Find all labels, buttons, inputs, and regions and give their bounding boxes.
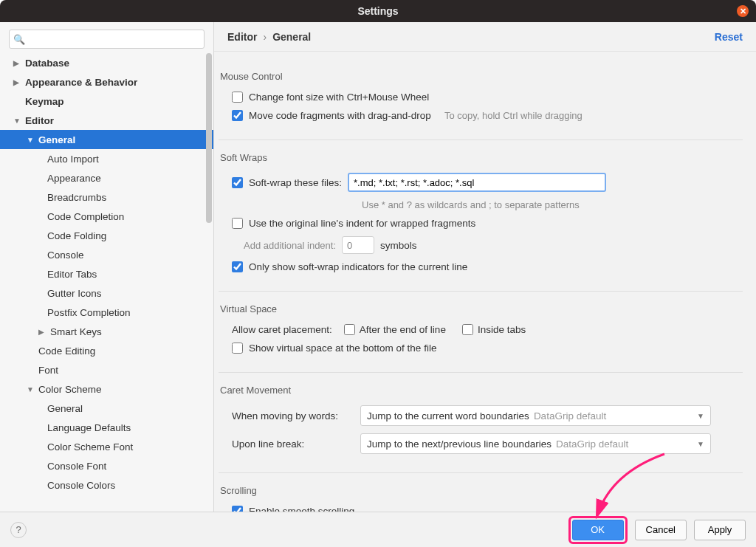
- hint-text: Use * and ? as wildcards and ; to separa…: [362, 199, 580, 210]
- section-virtual-space: Virtual Space Allow caret placement: Aft…: [219, 291, 743, 368]
- opt-original-indent[interactable]: Use the original line's indent for wrapp…: [219, 214, 743, 233]
- section-title: Caret Movement: [220, 385, 743, 396]
- section-mouse-control: Mouse Control Change font size with Ctrl…: [219, 59, 743, 135]
- reset-link[interactable]: Reset: [715, 31, 743, 43]
- tree-item-auto-import[interactable]: Auto Import: [0, 149, 213, 168]
- opt-smooth-scroll[interactable]: Enable smooth scrolling: [219, 502, 743, 512]
- opt-after-eol[interactable]: After the end of line: [344, 324, 446, 335]
- cancel-button[interactable]: Cancel: [635, 520, 687, 540]
- tree-item-console[interactable]: Console: [0, 245, 213, 264]
- breadcrumb-part: Editor: [227, 31, 257, 43]
- chevron-right-icon: ▶: [13, 78, 22, 86]
- tree-item-editor[interactable]: ▼Editor: [0, 111, 213, 130]
- apply-button[interactable]: Apply: [694, 520, 746, 540]
- chevron-right-icon: ▶: [13, 59, 22, 67]
- tree-item-appearance[interactable]: Appearance: [0, 168, 213, 188]
- close-icon[interactable]: ✕: [737, 5, 749, 17]
- checkbox[interactable]: [232, 177, 243, 188]
- tree-item-database[interactable]: ▶Database: [0, 53, 213, 72]
- tree-item-editor-tabs[interactable]: Editor Tabs: [0, 264, 213, 283]
- soft-wrap-patterns-input[interactable]: [348, 173, 606, 192]
- opt-change-font-size[interactable]: Change font size with Ctrl+Mouse Wheel: [219, 88, 743, 106]
- checkbox[interactable]: [232, 110, 243, 121]
- tree-item-cs-font[interactable]: Color Scheme Font: [0, 437, 213, 456]
- chevron-right-icon: ▶: [38, 328, 47, 336]
- tree-scrollbar[interactable]: [206, 53, 212, 223]
- checkbox[interactable]: [462, 324, 473, 335]
- checkbox[interactable]: [232, 218, 243, 229]
- tree-item-postfix-completion[interactable]: Postfix Completion: [0, 303, 213, 322]
- section-scrolling: Scrolling Enable smooth scrolling: [219, 472, 743, 512]
- opt-by-words: When moving by words: Jump to the curren…: [219, 402, 743, 430]
- checkbox[interactable]: [232, 261, 243, 272]
- chevron-down-icon: ▼: [27, 136, 35, 144]
- settings-tree: ▶Database ▶Appearance & Behavior Keymap …: [0, 53, 213, 512]
- opt-only-current-line[interactable]: Only show soft-wrap indicators for the c…: [219, 258, 743, 276]
- additional-indent-input[interactable]: [342, 236, 374, 254]
- opt-caret-placement: Allow caret placement: After the end of …: [219, 320, 743, 339]
- opt-soft-wrap-files: Soft-wrap these files:: [219, 169, 743, 196]
- help-icon[interactable]: ?: [10, 522, 27, 538]
- tree-item-code-editing[interactable]: Code Editing: [0, 341, 213, 360]
- tree-item-cs-console-font[interactable]: Console Font: [0, 456, 213, 475]
- main-panel: Editor › General Reset Mouse Control Cha…: [214, 22, 756, 512]
- breadcrumb: Editor › General Reset: [214, 22, 756, 52]
- tree-item-cs-general[interactable]: General: [0, 399, 213, 418]
- section-soft-wraps: Soft Wraps Soft-wrap these files: Use * …: [219, 140, 743, 286]
- search-icon: 🔍: [13, 34, 25, 45]
- line-break-select[interactable]: Jump to the next/previous line boundarie…: [360, 433, 711, 454]
- opt-virtual-bottom[interactable]: Show virtual space at the bottom of the …: [219, 339, 743, 357]
- tree-item-keymap[interactable]: Keymap: [0, 92, 213, 111]
- section-caret-movement: Caret Movement When moving by words: Jum…: [219, 372, 743, 468]
- chevron-down-icon: ▼: [697, 412, 704, 420]
- tree-item-code-completion[interactable]: Code Completion: [0, 207, 213, 226]
- checkbox[interactable]: [232, 506, 243, 512]
- window-title: Settings: [357, 5, 398, 17]
- sidebar: 🔍 ▶Database ▶Appearance & Behavior Keyma…: [0, 22, 214, 512]
- titlebar: Settings ✕: [0, 0, 756, 22]
- opt-additional-indent: Add additional indent: symbols: [219, 233, 743, 258]
- section-title: Scrolling: [220, 485, 743, 496]
- section-title: Mouse Control: [220, 71, 743, 82]
- hint-row: Use * and ? as wildcards and ; to separa…: [219, 196, 743, 214]
- tree-item-cs-console-colors[interactable]: Console Colors: [0, 475, 213, 495]
- checkbox[interactable]: [344, 324, 355, 335]
- dialog-footer: ? OK Cancel Apply: [0, 512, 756, 547]
- by-words-select[interactable]: Jump to the current word boundaries Data…: [360, 405, 711, 426]
- opt-inside-tabs[interactable]: Inside tabs: [462, 324, 526, 335]
- annotation-highlight: OK: [568, 516, 628, 544]
- tree-item-gutter-icons[interactable]: Gutter Icons: [0, 283, 213, 303]
- tree-item-code-folding[interactable]: Code Folding: [0, 226, 213, 245]
- section-title: Soft Wraps: [220, 152, 743, 163]
- dialog-body: 🔍 ▶Database ▶Appearance & Behavior Keyma…: [0, 22, 756, 512]
- chevron-down-icon: ▼: [27, 385, 35, 393]
- tree-item-font[interactable]: Font: [0, 360, 213, 379]
- checkbox[interactable]: [232, 92, 243, 103]
- search-input[interactable]: [9, 30, 205, 49]
- section-title: Virtual Space: [220, 303, 743, 314]
- chevron-down-icon: ▼: [697, 440, 704, 448]
- tree-item-general[interactable]: ▼General: [0, 130, 213, 149]
- tree-item-color-scheme[interactable]: ▼Color Scheme: [0, 379, 213, 399]
- settings-content: Mouse Control Change font size with Ctrl…: [214, 52, 756, 512]
- breadcrumb-part: General: [272, 31, 311, 43]
- chevron-right-icon: ›: [263, 31, 267, 43]
- chevron-down-icon: ▼: [13, 117, 22, 125]
- ok-button[interactable]: OK: [572, 520, 624, 540]
- settings-window: Settings ✕ 🔍 ▶Database ▶Appearance & Beh…: [0, 0, 756, 547]
- checkbox[interactable]: [232, 343, 243, 354]
- hint-text: To copy, hold Ctrl while dragging: [444, 110, 583, 121]
- tree-item-cs-lang-defaults[interactable]: Language Defaults: [0, 418, 213, 437]
- opt-move-fragments[interactable]: Move code fragments with drag-and-drop T…: [219, 106, 743, 125]
- tree-item-breadcrumbs[interactable]: Breadcrumbs: [0, 188, 213, 207]
- opt-line-break: Upon line break: Jump to the next/previo…: [219, 430, 743, 458]
- tree-item-smart-keys[interactable]: ▶Smart Keys: [0, 322, 213, 341]
- tree-item-appearance-behavior[interactable]: ▶Appearance & Behavior: [0, 72, 213, 92]
